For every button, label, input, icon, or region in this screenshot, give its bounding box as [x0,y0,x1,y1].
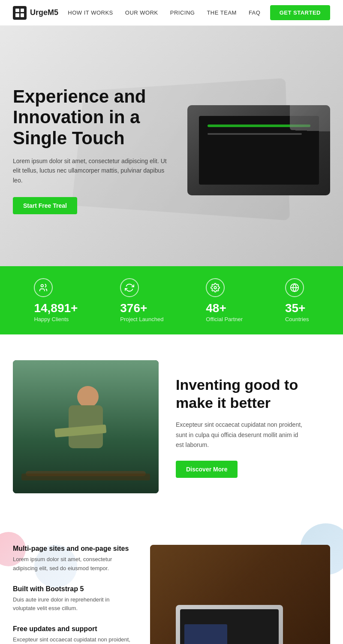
svg-point-0 [41,285,44,287]
hero-section: Experience and Innovation in a Single To… [0,26,343,266]
hero-title: Experience and Innovation in a Single To… [13,86,187,149]
stat-partners-label: Official Partner [206,316,243,322]
nav-our-work[interactable]: OUR WORK [125,9,158,16]
feature-item-2: Built with Bootstrap 5 Duis aute irure d… [13,585,133,614]
discover-more-button[interactable]: Discover More [176,461,238,478]
feature-title-2: Built with Bootstrap 5 [13,585,133,593]
stat-countries-label: Countries [285,316,309,322]
stat-countries-number: 35+ [285,301,309,315]
feature-desc-3: Excepteur sint occaecat cupidatat non pr… [13,635,133,644]
hero-laptop-image [187,105,330,195]
feature-title-1: Multi-page sites and one-page sites [13,545,133,553]
features-section: Multi-page sites and one-page sites Lore… [0,519,343,644]
get-started-button[interactable]: GET STARTED [270,5,330,20]
nav-the-team[interactable]: THE TEAM [207,9,237,16]
office-photo: Discover Moto [150,545,330,644]
laptop-floating-panel [290,105,330,132]
globe-icon [285,278,304,297]
nav-links: HOW IT WORKS OUR WORK PRICING THE TEAM F… [68,9,260,16]
brand-icon [13,6,27,20]
stats-section: 14,891+ Happy Clients 376+ Project Launc… [0,266,343,334]
stat-projects-label: Project Launched [120,316,163,322]
stat-clients-label: Happy Clients [34,316,78,322]
refresh-icon [120,278,139,297]
inventing-image [13,360,159,493]
gear-icon [206,278,225,297]
stat-happy-clients: 14,891+ Happy Clients [34,278,78,322]
hero-description: Lorem ipsum dolor sit amet, consectetur … [13,156,167,185]
hero-image-area [187,105,330,195]
feature-item-1: Multi-page sites and one-page sites Lore… [13,545,133,573]
nav-faq[interactable]: FAQ [249,9,261,16]
hero-content: Experience and Innovation in a Single To… [13,86,187,214]
stat-clients-number: 14,891+ [34,301,78,315]
inventing-section: Inventing good to make it better Excepte… [0,334,343,519]
svg-point-1 [214,286,217,289]
stat-official-partner: 48+ Official Partner [206,278,243,322]
nav-pricing[interactable]: PRICING [170,9,195,16]
navbar: UrgeM5 HOW IT WORKS OUR WORK PRICING THE… [0,0,343,26]
inventing-description: Excepteur sint occaecat cupidatat non pr… [176,420,304,450]
stat-projects-number: 376+ [120,301,163,315]
inventing-title: Inventing good to make it better [176,376,330,412]
feature-title-3: Free updates and support [13,625,133,633]
nav-how-it-works[interactable]: HOW IT WORKS [68,9,113,16]
features-list: Multi-page sites and one-page sites Lore… [13,545,133,644]
inventing-content: Inventing good to make it better Excepte… [176,360,330,493]
start-trial-button[interactable]: Start Free Treal [13,197,77,214]
stat-countries: 35+ Countries [285,278,309,322]
person-photo [13,360,159,493]
feature-item-3: Free updates and support Excepteur sint … [13,625,133,644]
brand-name: UrgeM5 [30,8,58,17]
stat-project-launched: 376+ Project Launched [120,278,163,322]
stat-partners-number: 48+ [206,301,243,315]
users-icon [34,278,53,297]
brand-logo[interactable]: UrgeM5 [13,6,58,20]
feature-desc-1: Lorem ipsum dolor sit amet, consectetur … [13,555,133,573]
feature-desc-2: Duis aute irure dolor in reprehenderit i… [13,595,133,614]
